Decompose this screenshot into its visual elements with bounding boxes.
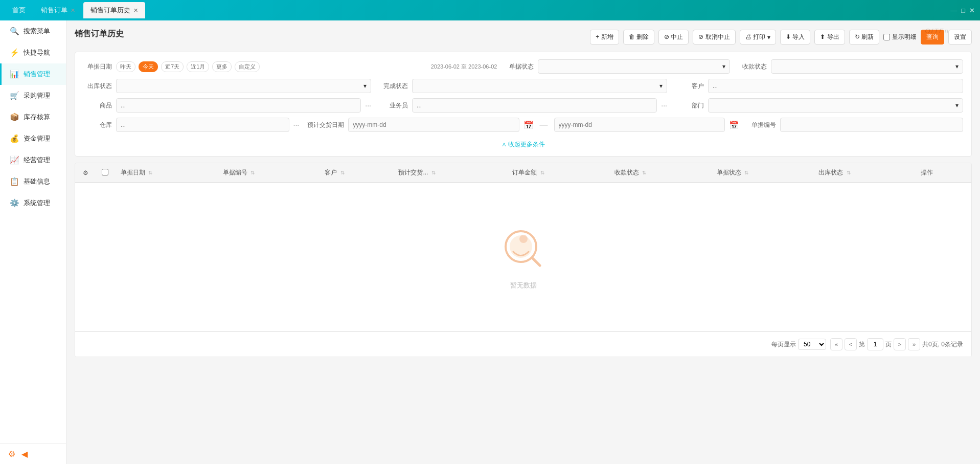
filter-warehouse: 仓库 ··· bbox=[83, 118, 299, 132]
warehouse-select-icon[interactable]: ··· bbox=[293, 121, 300, 129]
order-status-label: 单据状态 bbox=[505, 62, 534, 71]
tab-sales-order[interactable]: 销售订单 ✕ bbox=[34, 2, 82, 18]
warehouse-input[interactable] bbox=[116, 118, 289, 132]
close-window-icon[interactable]: ✕ bbox=[969, 7, 975, 14]
sort-order-status-icon[interactable]: ⇅ bbox=[744, 170, 748, 175]
first-page-button[interactable]: « bbox=[830, 338, 842, 350]
sidebar-item-basic-info[interactable]: 📋 基础信息 bbox=[0, 171, 66, 192]
date-more[interactable]: 更多 bbox=[212, 61, 232, 72]
goods-select-icon[interactable]: ··· bbox=[365, 101, 371, 109]
print-button[interactable]: 🖨 打印 ▾ bbox=[740, 30, 776, 45]
export-button[interactable]: ⬆ 导出 bbox=[814, 30, 845, 45]
date-7days[interactable]: 近7天 bbox=[161, 61, 184, 72]
date-today[interactable]: 今天 bbox=[139, 61, 158, 72]
display-detail-input[interactable] bbox=[883, 34, 890, 40]
delivery-date-end[interactable] bbox=[554, 118, 725, 132]
th-date[interactable]: 单据日期 ⇅ bbox=[115, 163, 217, 183]
tab-sales-history[interactable]: 销售订单历史 ✕ bbox=[83, 2, 145, 18]
display-detail-label: 显示明细 bbox=[892, 33, 917, 41]
settings-bottom-icon[interactable]: ⚙ bbox=[8, 449, 15, 459]
salesperson-select-icon[interactable]: ··· bbox=[661, 101, 667, 109]
warehouse-status-select[interactable]: ▾ bbox=[116, 79, 371, 93]
th-order-no-label: 单据编号 bbox=[223, 169, 247, 176]
sidebar-item-operations[interactable]: 📈 经营管理 bbox=[0, 149, 66, 171]
th-receipt-status[interactable]: 收款状态 ⇅ bbox=[608, 163, 711, 183]
sidebar-item-sales[interactable]: 📊 销售管理 bbox=[0, 63, 66, 85]
cancel-stop-button[interactable]: ⊘ 取消中止 bbox=[693, 30, 735, 45]
import-button[interactable]: ⬇ 导入 bbox=[780, 30, 810, 45]
sort-warehouse-icon[interactable]: ⇅ bbox=[847, 170, 851, 175]
th-amount[interactable]: 订单金额 ⇅ bbox=[506, 163, 608, 183]
sort-delivery-icon[interactable]: ⇅ bbox=[431, 170, 436, 175]
salesperson-label: 业务员 bbox=[379, 101, 408, 110]
collapse-row: ∧ 收起更多条件 bbox=[83, 137, 963, 149]
checkbox-th[interactable] bbox=[96, 163, 115, 183]
date-1month[interactable]: 近1月 bbox=[187, 61, 209, 72]
stop-button[interactable]: ⊘ 中止 bbox=[658, 30, 689, 45]
table-body: 暂无数据 bbox=[75, 183, 971, 332]
new-button[interactable]: + 新增 bbox=[590, 30, 619, 45]
collapse-sidebar-icon[interactable]: ◀ bbox=[21, 449, 28, 459]
warehouse-status-chevron: ▾ bbox=[363, 82, 367, 90]
settings-button[interactable]: 设置 bbox=[948, 30, 972, 45]
th-delivery-label: 预计交货... bbox=[398, 169, 428, 176]
last-page-button[interactable]: » bbox=[908, 338, 920, 350]
tab-list: 首页 销售订单 ✕ 销售订单历史 ✕ bbox=[5, 2, 950, 18]
sort-amount-icon[interactable]: ⇅ bbox=[540, 170, 544, 175]
sort-order-no-icon[interactable]: ⇅ bbox=[250, 170, 255, 175]
sidebar-item-inventory[interactable]: 📦 库存核算 bbox=[0, 106, 66, 128]
sidebar-item-search[interactable]: 🔍 搜索菜单 bbox=[0, 20, 66, 42]
th-order-status[interactable]: 单据状态 ⇅ bbox=[711, 163, 813, 183]
sidebar-item-quicknav[interactable]: ⚡ 快捷导航 bbox=[0, 42, 66, 63]
maximize-icon[interactable]: □ bbox=[961, 7, 965, 14]
tab-home[interactable]: 首页 bbox=[5, 2, 33, 18]
page-label-pre: 第 bbox=[859, 340, 865, 349]
tab-sales-history-close[interactable]: ✕ bbox=[133, 7, 138, 14]
delivery-date-start[interactable] bbox=[348, 118, 519, 132]
minimize-icon[interactable]: — bbox=[950, 7, 957, 14]
th-warehouse-status[interactable]: 出库状态 ⇅ bbox=[812, 163, 915, 183]
complete-status-select[interactable]: ▾ bbox=[412, 79, 667, 93]
empty-row: 暂无数据 bbox=[75, 183, 971, 332]
page-size-dropdown[interactable]: 50 10 20 100 bbox=[798, 339, 826, 350]
customer-input[interactable] bbox=[708, 79, 963, 93]
total-records: 共0页, 0条记录 bbox=[922, 340, 963, 349]
th-delivery[interactable]: 预计交货... ⇅ bbox=[392, 163, 506, 183]
sort-customer-icon[interactable]: ⇅ bbox=[340, 170, 345, 175]
date-custom[interactable]: 自定义 bbox=[235, 61, 260, 72]
salesperson-input[interactable] bbox=[412, 98, 657, 113]
sidebar-item-finance[interactable]: 💰 资金管理 bbox=[0, 128, 66, 149]
filter-salesperson: 业务员 ··· bbox=[379, 98, 667, 113]
sidebar-item-purchase[interactable]: 🛒 采购管理 bbox=[0, 85, 66, 106]
calendar-icon-end[interactable]: 📅 bbox=[729, 120, 739, 130]
calendar-icon-start[interactable]: 📅 bbox=[523, 120, 534, 130]
th-customer[interactable]: 客户 ⇅ bbox=[318, 163, 392, 183]
column-settings-th[interactable]: ⚙ bbox=[75, 163, 96, 183]
current-page-input[interactable] bbox=[867, 338, 883, 350]
sort-date-icon[interactable]: ⇅ bbox=[148, 170, 152, 175]
data-table: ⚙ 单据日期 ⇅ 单据编号 ⇅ bbox=[75, 163, 971, 332]
next-page-button[interactable]: > bbox=[894, 338, 906, 350]
display-detail-checkbox[interactable]: 显示明细 bbox=[883, 33, 917, 41]
collapse-button[interactable]: ∧ 收起更多条件 bbox=[502, 141, 545, 148]
column-settings-icon[interactable]: ⚙ bbox=[83, 169, 88, 176]
order-number-input[interactable] bbox=[780, 118, 963, 132]
th-order-no[interactable]: 单据编号 ⇅ bbox=[217, 163, 319, 183]
tab-sales-order-close[interactable]: ✕ bbox=[71, 7, 75, 14]
goods-input[interactable] bbox=[116, 98, 361, 113]
select-all-checkbox[interactable] bbox=[102, 169, 108, 175]
refresh-button[interactable]: ↻ 刷新 bbox=[849, 30, 879, 45]
query-button[interactable]: 查询 bbox=[921, 30, 944, 45]
search-icon: 🔍 bbox=[10, 27, 19, 36]
dept-label: 部门 bbox=[675, 101, 704, 110]
delete-button[interactable]: 🗑 删除 bbox=[623, 30, 654, 45]
date-yesterday[interactable]: 昨天 bbox=[116, 61, 135, 72]
prev-page-button[interactable]: < bbox=[845, 338, 857, 350]
date-range-row: 昨天 今天 近7天 近1月 更多 自定义 bbox=[116, 61, 421, 72]
sidebar-item-system[interactable]: ⚙️ 系统管理 bbox=[0, 192, 66, 214]
order-status-select[interactable]: ▾ bbox=[538, 59, 730, 74]
receipt-status-select[interactable]: ▾ bbox=[771, 59, 963, 74]
sort-receipt-icon[interactable]: ⇅ bbox=[642, 170, 646, 175]
order-number-label: 单据编号 bbox=[747, 121, 776, 129]
dept-select[interactable]: ▾ bbox=[708, 98, 963, 113]
